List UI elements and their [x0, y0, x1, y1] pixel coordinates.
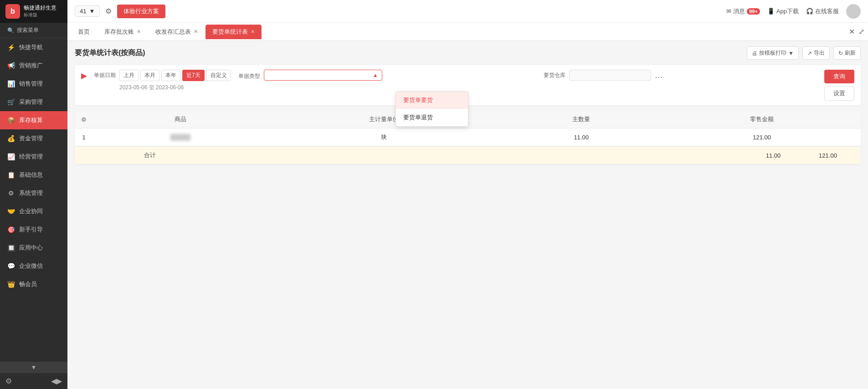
- date-btn-7days[interactable]: 近7天: [182, 70, 205, 81]
- search-menu[interactable]: 🔍 搜索菜单: [0, 23, 67, 38]
- nav-label: 营销推广: [19, 61, 43, 70]
- user-avatar[interactable]: [846, 4, 861, 19]
- print-btn[interactable]: 🖨 按模板打印 ▼: [747, 46, 799, 60]
- nav-label: 应用中心: [19, 244, 43, 252]
- nav-label: 采购管理: [19, 98, 43, 106]
- sidebar-logo: b 畅捷通好生意 标准版: [0, 0, 67, 23]
- filter-toggle-btn[interactable]: ▶: [81, 72, 87, 80]
- tab-close-icon[interactable]: ✕: [194, 29, 198, 35]
- xinshou-icon: 🎯: [6, 225, 15, 234]
- header-right: ✉ 消息 99+ 📱 App下载 🎧 在线客服: [726, 4, 861, 19]
- more-filter-btn[interactable]: …: [655, 71, 663, 80]
- sidebar-item-xiaoshou[interactable]: 📊 销售管理: [0, 75, 67, 93]
- date-label: 单据日期: [94, 72, 116, 79]
- warehouse-input[interactable]: [569, 70, 651, 81]
- nav-label: 经营管理: [19, 153, 43, 161]
- jichu-icon: 📋: [6, 170, 15, 179]
- nav-label: 企业协同: [19, 207, 43, 215]
- collapse-icon[interactable]: ◀▶: [51, 377, 62, 385]
- huiyuan-icon: 👑: [6, 280, 15, 289]
- filter-settings-btn[interactable]: 设置: [824, 86, 854, 101]
- sidebar-item-weixin[interactable]: 💬 企业微信: [0, 257, 67, 275]
- sidebar-item-caigou[interactable]: 🛒 采购管理: [0, 93, 67, 111]
- tab-expand-icon[interactable]: ⤢: [858, 27, 864, 36]
- data-table: ⚙ 商品 主计量单位 主数量 零售金额 1: [75, 111, 861, 146]
- page-title: 要货单统计表(按商品): [75, 48, 145, 58]
- date-btn-custom[interactable]: 自定义: [206, 70, 231, 81]
- main-content: 41 ▼ ⚙ 体验行业方案 ✉ 消息 99+ 📱 App下载 🎧 在: [67, 0, 868, 389]
- th-quantity: 主数量: [499, 111, 663, 128]
- refresh-btn[interactable]: ↻ 刷新: [833, 46, 861, 60]
- type-select[interactable]: ▲: [264, 70, 382, 81]
- message-icon: ✉: [726, 8, 731, 15]
- row-unit: 块: [268, 128, 499, 146]
- type-label: 单据类型: [238, 72, 260, 80]
- date-range: 2023-05-06 至 2023-06-06: [119, 84, 184, 92]
- sidebar-item-jingying[interactable]: 📈 经营管理: [0, 148, 67, 166]
- export-btn[interactable]: ↗ 导出: [802, 46, 830, 60]
- sidebar-nav: ⚡ 快捷导航 📢 营销推广 📊 销售管理 🛒 采购管理 📦 库存核算 💰 资金管…: [0, 38, 67, 362]
- nav-label: 库存核算: [19, 116, 43, 124]
- app-version: 标准版: [24, 12, 56, 18]
- settings-icon[interactable]: ⚙: [5, 377, 12, 385]
- zijin-icon: 💰: [6, 134, 15, 143]
- tab-shoufa-huizong[interactable]: 收发存汇总表 ✕: [149, 25, 205, 39]
- store-selector[interactable]: 41 ▼: [75, 5, 100, 17]
- query-btn[interactable]: 查询: [824, 70, 854, 83]
- date-btn-last-month[interactable]: 上月: [119, 70, 139, 81]
- th-settings[interactable]: ⚙: [75, 111, 93, 128]
- filter-action-btns: 查询 设置: [824, 70, 854, 101]
- date-filter: 单据日期 上月 本月 本年 近7天 自定义: [94, 70, 231, 92]
- xitong-icon: ⚙: [6, 189, 15, 198]
- table-row: 1 块 11.00 121.00: [75, 128, 861, 146]
- app-download-btn[interactable]: 📱 App下载: [767, 7, 799, 15]
- table-wrapper: ⚙ 商品 主计量单位 主数量 零售金额 1: [75, 111, 861, 164]
- sidebar-item-kuaijie[interactable]: ⚡ 快捷导航: [0, 38, 67, 56]
- caigou-icon: 🛒: [6, 97, 15, 107]
- nav-label: 企业微信: [19, 262, 43, 270]
- tab-close-icon[interactable]: ✕: [251, 29, 255, 35]
- footer-amount: 121.00: [819, 152, 837, 159]
- nav-label: 销售管理: [19, 80, 43, 88]
- sidebar-scroll-down[interactable]: ▼: [0, 362, 67, 373]
- top-header: 41 ▼ ⚙ 体验行业方案 ✉ 消息 99+ 📱 App下载 🎧 在: [67, 0, 868, 23]
- footer-quantity: 11.00: [766, 152, 781, 159]
- nav-label: 系统管理: [19, 189, 43, 197]
- sidebar-item-zijin[interactable]: 💰 资金管理: [0, 129, 67, 148]
- tab-yaohuo-tongji[interactable]: 要货单统计表 ✕: [205, 25, 262, 39]
- warehouse-filter: 要货仓库 …: [544, 70, 663, 81]
- header-gear-btn[interactable]: ⚙: [105, 7, 112, 15]
- app-name: 畅捷通好生意: [24, 5, 56, 12]
- sidebar: b 畅捷通好生意 标准版 🔍 搜索菜单 ⚡ 快捷导航 📢 营销推广 📊 销售管理…: [0, 0, 67, 389]
- sidebar-item-qiye[interactable]: 🤝 企业协同: [0, 202, 67, 220]
- th-unit: 主计量单位: [268, 111, 499, 128]
- refresh-label: 刷新: [845, 49, 856, 57]
- app-download-label: App下载: [776, 7, 799, 15]
- search-icon: 🔍: [7, 27, 14, 34]
- date-btn-this-month[interactable]: 本月: [140, 70, 159, 81]
- tab-label: 收发存汇总表: [155, 28, 191, 36]
- date-btn-this-year[interactable]: 本年: [161, 70, 180, 81]
- service-icon: 🎧: [806, 8, 813, 15]
- sidebar-item-huiyuan[interactable]: 👑 畅会员: [0, 275, 67, 293]
- tab-close-all-icon[interactable]: ✕: [849, 27, 855, 36]
- industry-btn[interactable]: 体验行业方案: [117, 5, 165, 18]
- tab-close-icon[interactable]: ✕: [137, 29, 141, 35]
- sidebar-item-yingyong[interactable]: 🔲 应用中心: [0, 239, 67, 257]
- app-logo-icon: b: [5, 4, 20, 19]
- sidebar-item-xinshou[interactable]: 🎯 新手引导: [0, 220, 67, 239]
- message-btn[interactable]: ✉ 消息 99+: [726, 7, 760, 15]
- tabs-controls: ✕ ⤢: [849, 27, 864, 36]
- sidebar-item-xitong[interactable]: ⚙ 系统管理: [0, 184, 67, 202]
- footer-label: 合计: [80, 151, 746, 159]
- th-product: 商品: [93, 111, 268, 128]
- tab-home[interactable]: 首页: [71, 25, 97, 39]
- sidebar-item-jichu[interactable]: 📋 基础信息: [0, 166, 67, 184]
- sidebar-item-yingxiao[interactable]: 📢 营销推广: [0, 56, 67, 75]
- row-quantity: 11.00: [499, 128, 663, 146]
- yingyong-icon: 🔲: [6, 243, 15, 252]
- sidebar-item-kucun[interactable]: 📦 库存核算: [0, 111, 67, 129]
- nav-label: 基础信息: [19, 171, 43, 179]
- online-service-btn[interactable]: 🎧 在线客服: [806, 7, 839, 15]
- tab-kucun-pizhang[interactable]: 库存批次账 ✕: [98, 25, 148, 39]
